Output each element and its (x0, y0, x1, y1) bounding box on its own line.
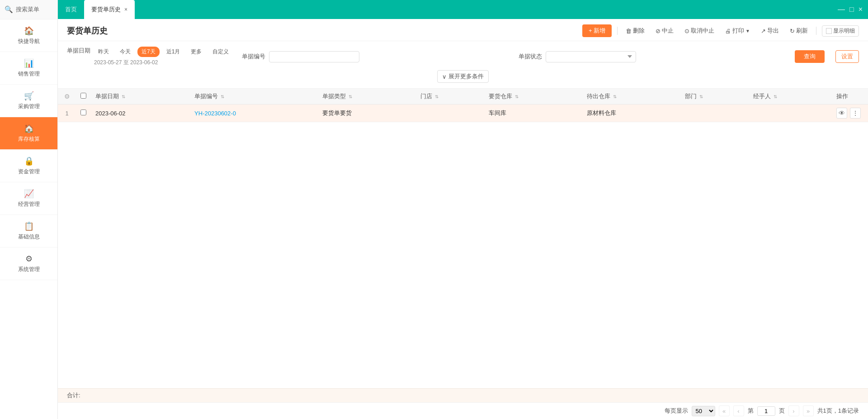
toolbar: + 新增 🗑 删除 ⊘ 中止 ⊙ 取消中止 🖨 打印 ▼ (582, 24, 859, 37)
tab-requisition-history[interactable]: 要货单历史 × (84, 0, 135, 19)
expand-more-button[interactable]: ∨ 展开更多条件 (437, 70, 489, 83)
col-pending-wh-label: 待出仓库 (587, 93, 610, 100)
col-doc-no: 单据编号 ⇅ (190, 89, 318, 105)
col-store: 门店 ⇅ (416, 89, 484, 105)
delete-icon: 🗑 (626, 28, 632, 34)
sidebar-item-label: 系统管理 (18, 266, 40, 273)
row-doc-no-link[interactable]: YH-20230602-0 (194, 110, 236, 117)
status-select[interactable] (546, 51, 636, 62)
date-1month[interactable]: 近1月 (162, 47, 184, 57)
sidebar-item-system[interactable]: ⚙ 系统管理 (0, 248, 57, 280)
sidebar-item-label: 基础信息 (18, 233, 40, 241)
print-button[interactable]: 🖨 打印 ▼ (722, 25, 753, 37)
sort-handler-icon[interactable]: ⇅ (774, 94, 777, 99)
cancel-stop-button[interactable]: ⊙ 取消中止 (682, 25, 717, 37)
sidebar-item-label: 销售管理 (18, 70, 40, 78)
date-yesterday[interactable]: 昨天 (94, 47, 113, 57)
basic-icon: 📋 (24, 221, 34, 231)
sidebar-item-basic[interactable]: 📋 基础信息 (0, 215, 57, 248)
prev-page-button[interactable]: ‹ (733, 405, 744, 416)
refresh-button[interactable]: ↻ 刷新 (787, 25, 811, 37)
table-header-row: ⚙ 单据日期 ⇅ 单据编号 ⇅ (58, 89, 868, 105)
sidebar-item-purchase[interactable]: 🛒 采购管理 (0, 85, 57, 117)
maximize-button[interactable]: □ (849, 5, 854, 14)
sidebar-item-inventory[interactable]: 🏠 库存核算 (0, 117, 57, 150)
sidebar-item-label: 经营管理 (18, 200, 40, 208)
last-page-button[interactable]: » (803, 405, 814, 416)
stop-label: 中止 (662, 27, 674, 35)
data-table: ⚙ 单据日期 ⇅ 单据编号 ⇅ (58, 89, 868, 122)
row-checkbox[interactable] (80, 110, 86, 115)
row-doc-no: YH-20230602-0 (190, 105, 318, 122)
table-row[interactable]: 1 2023-06-02 YH-20230602-0 要货单要货 车间库 原材料… (58, 105, 868, 122)
detail-checkbox[interactable] (826, 28, 832, 34)
date-range-display: 2023-05-27 至 2023-06-02 (94, 59, 233, 67)
date-custom[interactable]: 自定义 (208, 47, 233, 57)
sidebar-item-finance[interactable]: 🔒 资金管理 (0, 150, 57, 182)
sort-store-icon[interactable]: ⇅ (435, 94, 439, 99)
stop-button[interactable]: ⊘ 中止 (653, 25, 676, 37)
sort-docno-icon[interactable]: ⇅ (221, 94, 224, 99)
minimize-button[interactable]: — (838, 5, 845, 14)
tab-close-icon[interactable]: × (124, 6, 127, 13)
page-title: 要货单历史 (67, 25, 108, 36)
sidebar-item-quick-nav[interactable]: 🏠 快捷导航 (0, 19, 57, 52)
print-dropdown-icon[interactable]: ▼ (745, 29, 750, 33)
select-all-checkbox[interactable] (80, 93, 86, 99)
page-number-input[interactable] (757, 406, 775, 416)
sort-reqwh-icon[interactable]: ⇅ (515, 94, 519, 99)
lock-icon: 🔒 (24, 156, 34, 166)
date-today[interactable]: 今天 (116, 47, 135, 57)
sort-doctype-icon[interactable]: ⇅ (349, 94, 352, 99)
date-filter-group: 单据日期 昨天 今天 近7天 近1月 更多 自定义 2023-05-27 至 2… (67, 47, 233, 67)
cancel-stop-icon: ⊙ (684, 28, 689, 34)
print-label: 打印 (732, 27, 744, 35)
gear-icon: ⚙ (25, 254, 33, 264)
separator2 (816, 27, 816, 35)
close-button[interactable]: × (859, 5, 863, 14)
sort-dept-icon[interactable]: ⇅ (699, 94, 703, 99)
new-button[interactable]: + 新增 (582, 24, 612, 37)
doc-no-input[interactable] (269, 51, 359, 62)
sidebar-search[interactable]: 🔍 搜索菜单 (0, 0, 57, 19)
display-detail-label: 显示明细 (833, 27, 855, 35)
sidebar-item-sales[interactable]: 📊 销售管理 (0, 52, 57, 85)
table-settings-icon[interactable]: ⚙ (64, 93, 70, 100)
per-page-select[interactable]: 50 100 200 (692, 406, 715, 416)
first-page-button[interactable]: « (719, 405, 730, 416)
col-doc-type-label: 单据类型 (322, 93, 346, 100)
sidebar-item-label: 采购管理 (18, 103, 40, 110)
sidebar-item-operations[interactable]: 📈 经营管理 (0, 182, 57, 215)
next-page-button[interactable]: › (788, 405, 799, 416)
col-date-label: 单据日期 (95, 93, 119, 100)
settings-button[interactable]: 设置 (835, 50, 859, 63)
export-icon: ↗ (761, 28, 766, 34)
page-header: 要货单历史 + 新增 🗑 删除 ⊘ 中止 ⊙ 取消中止 🖨 打 (58, 19, 868, 41)
display-detail-button[interactable]: 显示明细 (822, 25, 859, 37)
sort-date-icon[interactable]: ⇅ (122, 94, 125, 99)
row-handler (749, 105, 832, 122)
page-goto-label: 第 (748, 407, 754, 415)
inventory-icon: 🏠 (24, 124, 34, 133)
sidebar: 🔍 搜索菜单 🏠 快捷导航 📊 销售管理 🛒 采购管理 🏠 库存核算 🔒 资金管… (0, 0, 58, 419)
tab-home[interactable]: 首页 (58, 0, 84, 19)
export-label: 导出 (767, 27, 779, 35)
export-button[interactable]: ↗ 导出 (758, 25, 782, 37)
col-handler: 经手人 ⇅ (749, 89, 832, 105)
sidebar-item-label: 资金管理 (18, 168, 40, 176)
sidebar-item-label: 库存核算 (18, 135, 40, 143)
row-more-button[interactable]: ⋮ (850, 108, 861, 119)
row-view-button[interactable]: 👁 (836, 108, 847, 119)
date-7days[interactable]: 近7天 (137, 47, 160, 57)
date-options-container: 昨天 今天 近7天 近1月 更多 自定义 2023-05-27 至 2023-0… (94, 47, 233, 67)
query-button[interactable]: 查询 (795, 50, 825, 63)
row-checkbox-cell (76, 105, 91, 122)
print-icon: 🖨 (725, 28, 731, 34)
home-icon: 🏠 (24, 26, 34, 36)
filter-row-1: 单据日期 昨天 今天 近7天 近1月 更多 自定义 2023-05-27 至 2… (67, 47, 859, 67)
date-more[interactable]: 更多 (187, 47, 206, 57)
row-store (416, 105, 484, 122)
expand-row: ∨ 展开更多条件 (67, 70, 859, 83)
delete-button[interactable]: 🗑 删除 (623, 25, 647, 37)
sort-pendwh-icon[interactable]: ⇅ (613, 94, 617, 99)
